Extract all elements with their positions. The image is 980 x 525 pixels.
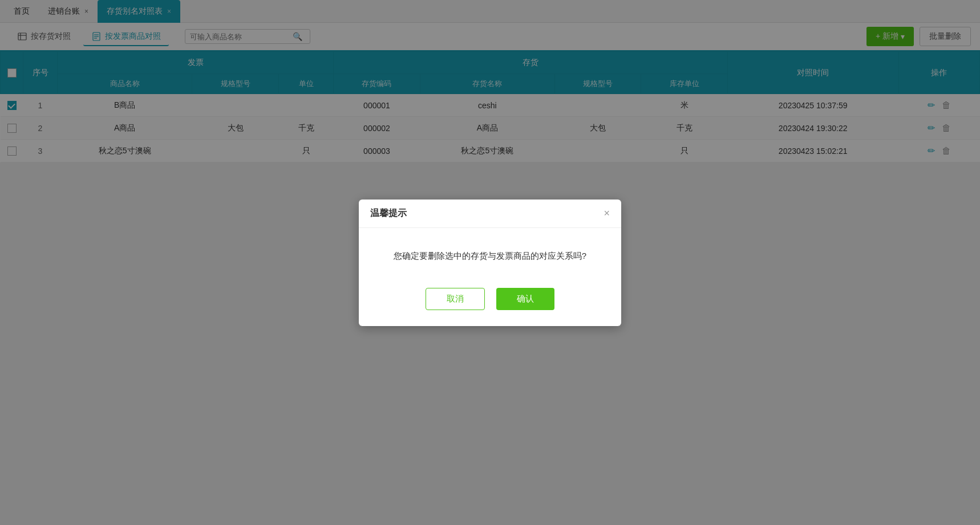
dialog-overlay: 温馨提示 × 您确定要删除选中的存货与发票商品的对应关系吗? 取消 确认 bbox=[0, 0, 980, 162]
